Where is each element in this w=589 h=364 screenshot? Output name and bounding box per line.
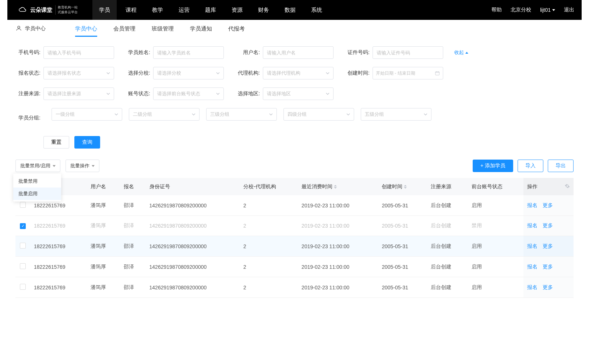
row-signup-action[interactable]: 报名 bbox=[527, 243, 537, 249]
batch-toggle-dropdown[interactable]: 批量禁用/启用 bbox=[15, 160, 60, 172]
cell-create: 2005-05-31 bbox=[378, 277, 427, 298]
row-signup-action[interactable]: 报名 bbox=[527, 202, 537, 208]
sort-icon[interactable] bbox=[404, 185, 407, 189]
top-nav-right: 帮助 北京分校 lijt01 退出 bbox=[491, 7, 574, 13]
row-more-action[interactable]: 更多 bbox=[543, 284, 553, 290]
filter-label: 选择分校: bbox=[125, 70, 150, 76]
cell-idno: 14262919870809200000 bbox=[146, 236, 240, 257]
col-source: 注册来源 bbox=[427, 178, 468, 195]
cell-phone: 18222615769 bbox=[30, 257, 87, 277]
chevron-down-icon bbox=[92, 165, 95, 167]
dropdown-option[interactable]: 批量禁用 bbox=[13, 175, 61, 188]
col-last-consume[interactable]: 最近消费时间 bbox=[298, 178, 378, 195]
sub-tabs: 学员中心会员管理班级管理学员通知代报考 bbox=[75, 21, 245, 37]
cell-create: 2005-05-31 bbox=[378, 257, 427, 277]
export-button[interactable]: 导出 bbox=[548, 160, 574, 172]
row-more-action[interactable]: 更多 bbox=[543, 202, 553, 208]
user-menu[interactable]: lijt01 bbox=[540, 7, 555, 13]
collapse-toggle[interactable]: 收起 bbox=[454, 49, 468, 56]
filter-input[interactable] bbox=[373, 46, 443, 59]
col-branch-agent: 分校-代理机构 bbox=[240, 178, 298, 195]
cell-consume: 2019-02-23 11:00:00 bbox=[298, 277, 378, 298]
group-select-4[interactable]: 四级分组 bbox=[283, 108, 354, 121]
cell-branch: 2 bbox=[240, 195, 298, 216]
row-checkbox[interactable]: ✓ bbox=[20, 223, 26, 229]
sub-tab-1[interactable]: 会员管理 bbox=[113, 21, 135, 37]
branch-link[interactable]: 北京分校 bbox=[511, 7, 531, 13]
dropdown-option[interactable]: 批量启用 bbox=[13, 188, 61, 200]
nav-item-4[interactable]: 题库 bbox=[198, 0, 223, 20]
group-select-3[interactable]: 三级分组 bbox=[206, 108, 277, 121]
nav-item-5[interactable]: 资源 bbox=[225, 0, 249, 20]
group-select-5[interactable]: 五级分组 bbox=[361, 108, 431, 121]
sort-icon[interactable] bbox=[334, 185, 337, 189]
gear-icon[interactable] bbox=[565, 184, 570, 190]
import-button[interactable]: 导入 bbox=[518, 160, 543, 172]
filter-label: 证件号码: bbox=[345, 49, 370, 56]
filter-input[interactable] bbox=[263, 46, 334, 59]
filter-input[interactable] bbox=[153, 46, 224, 59]
cell-phone: 18222615769 bbox=[30, 277, 87, 298]
sub-tab-3[interactable]: 学员通知 bbox=[190, 21, 212, 37]
cell-username: 潘筠厚 bbox=[87, 195, 120, 216]
col-create-time[interactable]: 创建时间 bbox=[378, 178, 427, 195]
sub-tab-2[interactable]: 班级管理 bbox=[152, 21, 174, 37]
cell-source: 后台创建 bbox=[427, 195, 468, 216]
filter-select[interactable]: 请选择地区 bbox=[263, 88, 334, 100]
nav-item-3[interactable]: 运营 bbox=[172, 0, 196, 20]
nav-item-1[interactable]: 课程 bbox=[119, 0, 143, 20]
group-select-2[interactable]: 二级分组 bbox=[129, 108, 200, 121]
cell-idno: 14262919870809200000 bbox=[146, 216, 240, 236]
row-signup-action[interactable]: 报名 bbox=[527, 284, 537, 290]
batch-ops-dropdown[interactable]: 批量操作 bbox=[66, 160, 99, 172]
search-button[interactable]: 查询 bbox=[74, 136, 100, 149]
nav-item-2[interactable]: 教学 bbox=[145, 0, 170, 20]
sub-tab-0[interactable]: 学员中心 bbox=[75, 21, 97, 37]
caret-down-icon bbox=[552, 9, 555, 11]
row-signup-action[interactable]: 报名 bbox=[527, 264, 537, 270]
cell-phone: 18222615769 bbox=[30, 216, 87, 236]
batch-toggle-menu: 批量禁用批量启用 bbox=[13, 174, 61, 201]
nav-item-6[interactable]: 财务 bbox=[251, 0, 276, 20]
page-title: 学员中心 bbox=[25, 25, 46, 32]
help-link[interactable]: 帮助 bbox=[491, 7, 502, 13]
row-signup-action[interactable]: 报名 bbox=[527, 222, 537, 228]
cell-consume: 2019-02-23 11:00:00 bbox=[298, 195, 378, 216]
breadcrumb: 学员中心 bbox=[15, 25, 46, 33]
sub-tab-4[interactable]: 代报考 bbox=[228, 21, 245, 37]
brand-logo: 云朵课堂 教育机构一站式服务云平台 bbox=[18, 5, 78, 15]
row-more-action[interactable]: 更多 bbox=[543, 222, 553, 228]
nav-item-8[interactable]: 系统 bbox=[304, 0, 329, 20]
filter-select[interactable]: 请选择代理机构 bbox=[263, 67, 334, 79]
row-more-action[interactable]: 更多 bbox=[543, 264, 553, 270]
cell-consume: 2019-02-23 11:00:00 bbox=[298, 236, 378, 257]
filter-select[interactable]: 请选择前台账号状态 bbox=[153, 88, 224, 100]
sub-nav: 学员中心 学员中心会员管理班级管理学员通知代报考 bbox=[0, 20, 589, 38]
row-checkbox[interactable] bbox=[20, 202, 26, 208]
group-select-1[interactable]: 一级分组 bbox=[52, 108, 122, 121]
table-row: 18222615769潘筠厚邵泽142629198708092000002201… bbox=[15, 236, 574, 257]
filter-label: 报名状态: bbox=[15, 70, 40, 76]
nav-item-7[interactable]: 数据 bbox=[278, 0, 302, 20]
cell-username: 潘筠厚 bbox=[87, 277, 120, 298]
logout-link[interactable]: 退出 bbox=[564, 7, 574, 13]
reset-button[interactable]: 重置 bbox=[43, 136, 69, 149]
filter-input[interactable] bbox=[43, 46, 114, 59]
row-checkbox[interactable] bbox=[20, 284, 26, 290]
cell-consume: 2019-02-23 11:00:00 bbox=[298, 216, 378, 236]
filter-select[interactable]: 请选择报名状态 bbox=[43, 67, 114, 79]
top-nav: 云朵课堂 教育机构一站式服务云平台 学员课程教学运营题库资源财务数据系统 帮助 … bbox=[7, 0, 582, 20]
row-more-action[interactable]: 更多 bbox=[543, 243, 553, 249]
row-checkbox[interactable] bbox=[20, 243, 26, 249]
filter-date-range[interactable]: 开始日期 - 结束日期 bbox=[373, 67, 443, 79]
table-toolbar: 批量禁用/启用 批量禁用批量启用 批量操作 + 添加学员 导入 导出 bbox=[0, 149, 589, 178]
cell-branch: 2 bbox=[240, 236, 298, 257]
nav-item-0[interactable]: 学员 bbox=[92, 0, 117, 20]
filter-select[interactable]: 请选择分校 bbox=[153, 67, 224, 79]
filter-select[interactable]: 请选择注册来源 bbox=[43, 88, 114, 100]
table-row: 18222615769潘筠厚邵泽142629198708092000002201… bbox=[15, 257, 574, 277]
add-student-button[interactable]: + 添加学员 bbox=[473, 160, 513, 172]
brand-tagline: 教育机构一站式服务云平台 bbox=[55, 5, 78, 15]
cell-signup: 邵泽 bbox=[120, 216, 146, 236]
row-checkbox[interactable] bbox=[20, 263, 26, 269]
